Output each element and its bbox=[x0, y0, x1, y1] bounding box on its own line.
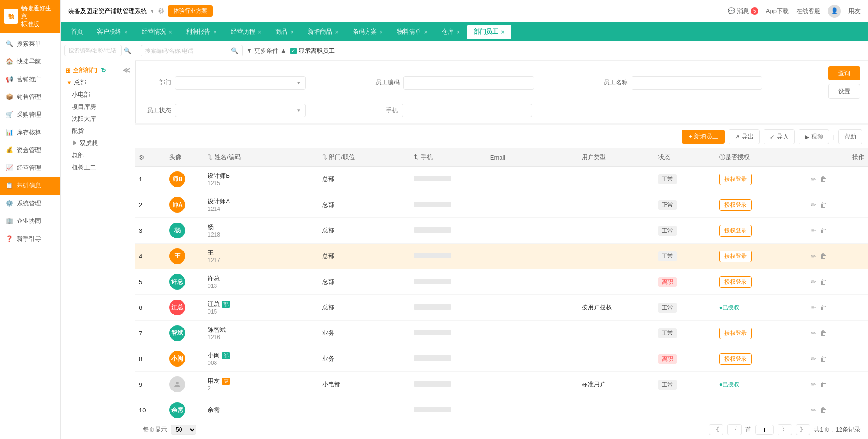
refresh-icon[interactable]: ↻ bbox=[101, 67, 106, 74]
tab-profit[interactable]: 利润报告 × bbox=[180, 25, 223, 39]
help-btn[interactable]: 帮助 bbox=[838, 129, 862, 144]
col-settings[interactable]: ⚙ bbox=[135, 148, 166, 167]
delete-icon[interactable]: 🗑 bbox=[820, 175, 826, 183]
col-dept[interactable]: ⇅ 部门/职位 bbox=[319, 148, 410, 167]
message-area[interactable]: 💬 消息 5 bbox=[728, 7, 758, 15]
dept-node-electronics[interactable]: 小电部 bbox=[62, 89, 133, 101]
collapse-icon[interactable]: ≪ bbox=[122, 66, 130, 75]
auth-btn[interactable]: 授权登录 bbox=[719, 276, 752, 288]
row-auth[interactable]: 授权登录 bbox=[715, 346, 807, 372]
video-btn[interactable]: ▶ 视频 bbox=[799, 129, 829, 144]
sidebar-item-basic[interactable]: 📋 基础信息 bbox=[0, 177, 60, 195]
dept-node-head[interactable]: 总部 bbox=[62, 149, 133, 161]
auth-btn[interactable]: 授权登录 bbox=[719, 199, 752, 211]
tab-close-warehouse[interactable]: × bbox=[457, 28, 460, 35]
search-input[interactable] bbox=[145, 48, 229, 54]
dept-node-shuanghu[interactable]: ▶ 双虎想 bbox=[62, 137, 133, 149]
col-phone[interactable]: ⇅ 手机 bbox=[410, 148, 486, 167]
app-download[interactable]: App下载 bbox=[766, 7, 789, 15]
emp-name-input[interactable] bbox=[632, 76, 762, 90]
dept-all[interactable]: ⊞ 全部部门 ↻ ≪ bbox=[62, 64, 133, 77]
sidebar-item-inventory[interactable]: 📊 库存核算 bbox=[0, 124, 60, 141]
sidebar-item-corp[interactable]: 🏢 企业协同 bbox=[0, 212, 60, 230]
edit-icon[interactable]: ✏ bbox=[811, 201, 816, 209]
edit-icon[interactable]: ✏ bbox=[811, 278, 816, 286]
trial-btn[interactable]: 体验行业方案 bbox=[168, 5, 213, 17]
edit-icon[interactable]: ✏ bbox=[811, 406, 816, 414]
tab-close-employees[interactable]: × bbox=[501, 28, 505, 35]
export-btn[interactable]: ↗ 导出 bbox=[729, 129, 760, 144]
delete-icon[interactable]: 🗑 bbox=[820, 201, 826, 209]
sidebar-item-operation[interactable]: 📈 经营管理 bbox=[0, 159, 60, 177]
delete-icon[interactable]: 🗑 bbox=[820, 278, 826, 286]
edit-icon[interactable]: ✏ bbox=[811, 252, 816, 260]
tab-close-new-goods[interactable]: × bbox=[335, 28, 339, 35]
dept-node-distribution[interactable]: 配货 bbox=[62, 125, 133, 137]
delete-icon[interactable]: 🗑 bbox=[820, 406, 826, 414]
col-name[interactable]: ⇅ 姓名/编码 bbox=[204, 148, 318, 167]
tab-customer[interactable]: 客户联络 × bbox=[90, 25, 134, 39]
edit-icon[interactable]: ✏ bbox=[811, 329, 816, 337]
row-auth[interactable]: 授权登录 bbox=[715, 321, 807, 346]
sidebar-item-finance[interactable]: 💰 资金管理 bbox=[0, 141, 60, 159]
tab-close-history[interactable]: × bbox=[258, 28, 262, 35]
delete-icon[interactable]: 🗑 bbox=[820, 304, 826, 311]
add-employee-btn[interactable]: + 新增员工 bbox=[682, 130, 724, 144]
tab-home[interactable]: 首页 bbox=[64, 25, 90, 39]
dropdown-icon[interactable]: ▾ bbox=[151, 7, 154, 14]
sidebar-item-sales[interactable]: 📦 销售管理 bbox=[0, 88, 60, 106]
row-auth[interactable]: 授权登录 bbox=[715, 244, 807, 269]
next-page-btn[interactable]: 〉 bbox=[778, 424, 792, 435]
tab-operation-status[interactable]: 经营情况 × bbox=[135, 25, 179, 39]
sidebar-item-search[interactable]: 🔍 搜索菜单 bbox=[0, 35, 60, 53]
page-size-select[interactable]: 50 20 100 bbox=[171, 425, 196, 435]
delete-icon[interactable]: 🗑 bbox=[820, 227, 826, 234]
row-auth[interactable] bbox=[715, 397, 807, 420]
dept-search-input[interactable] bbox=[64, 45, 122, 56]
tab-history[interactable]: 经营历程 × bbox=[224, 25, 268, 39]
edit-icon[interactable]: ✏ bbox=[811, 227, 816, 234]
row-auth[interactable]: 授权登录 bbox=[715, 167, 807, 192]
sidebar-item-purchase[interactable]: 🛒 采购管理 bbox=[0, 106, 60, 124]
auth-btn[interactable]: 授权登录 bbox=[719, 251, 752, 262]
edit-icon[interactable]: ✏ bbox=[811, 175, 816, 183]
table-settings-icon[interactable]: ⚙ bbox=[139, 154, 145, 161]
dept-node-zhishu[interactable]: 植树王二 bbox=[62, 161, 133, 174]
tab-barcode[interactable]: 条码方案 × bbox=[346, 25, 390, 39]
show-resigned-checkbox[interactable]: ✓ 显示离职员工 bbox=[290, 47, 335, 55]
edit-icon[interactable]: ✏ bbox=[811, 304, 816, 311]
emp-code-input[interactable] bbox=[403, 76, 534, 90]
first-page-btn[interactable]: 《 bbox=[709, 424, 723, 435]
tab-close-bom[interactable]: × bbox=[424, 28, 428, 35]
delete-icon[interactable]: 🗑 bbox=[820, 252, 826, 260]
tab-warehouse[interactable]: 仓库 × bbox=[435, 25, 467, 39]
edit-icon[interactable]: ✏ bbox=[811, 381, 816, 388]
auth-btn[interactable]: 授权登录 bbox=[719, 225, 752, 237]
page-input[interactable] bbox=[755, 425, 774, 435]
dept-group-head[interactable]: ▼ 总部 bbox=[62, 77, 133, 89]
tab-bom[interactable]: 物料清单 × bbox=[390, 25, 434, 39]
dept-search-icon[interactable]: 🔍 bbox=[124, 47, 131, 54]
tab-close-goods[interactable]: × bbox=[290, 28, 294, 35]
import-btn[interactable]: ↙ 导入 bbox=[764, 129, 795, 144]
delete-icon[interactable]: 🗑 bbox=[820, 355, 826, 362]
set-btn[interactable]: 设置 bbox=[828, 84, 860, 99]
emp-status-select[interactable]: ▾ bbox=[175, 104, 306, 117]
last-page-btn[interactable]: 》 bbox=[796, 424, 810, 435]
row-auth[interactable]: 授权登录 bbox=[715, 218, 807, 244]
user-name[interactable]: 用友 bbox=[848, 7, 861, 15]
sidebar-item-marketing[interactable]: 📢 营销推广 bbox=[0, 70, 60, 88]
row-auth[interactable]: 授权登录 bbox=[715, 269, 807, 295]
settings-icon[interactable]: ⚙ bbox=[158, 7, 164, 15]
phone-input[interactable] bbox=[402, 104, 532, 117]
dept-node-shenyang[interactable]: 沈阳大库 bbox=[62, 113, 133, 125]
sidebar-item-system[interactable]: ⚙️ 系统管理 bbox=[0, 195, 60, 212]
search-btn[interactable]: 查询 bbox=[828, 66, 860, 80]
edit-icon[interactable]: ✏ bbox=[811, 355, 816, 362]
tab-close-profit[interactable]: × bbox=[213, 28, 217, 35]
more-filter-btn[interactable]: ▼ 更多条件 ▲ bbox=[246, 47, 286, 55]
auth-btn[interactable]: 授权登录 bbox=[719, 353, 752, 365]
dept-filter-select[interactable]: ▾ bbox=[175, 76, 306, 90]
sidebar-item-quick[interactable]: 🏠 快捷导航 bbox=[0, 53, 60, 70]
dept-node-project[interactable]: 项目库房 bbox=[62, 101, 133, 113]
